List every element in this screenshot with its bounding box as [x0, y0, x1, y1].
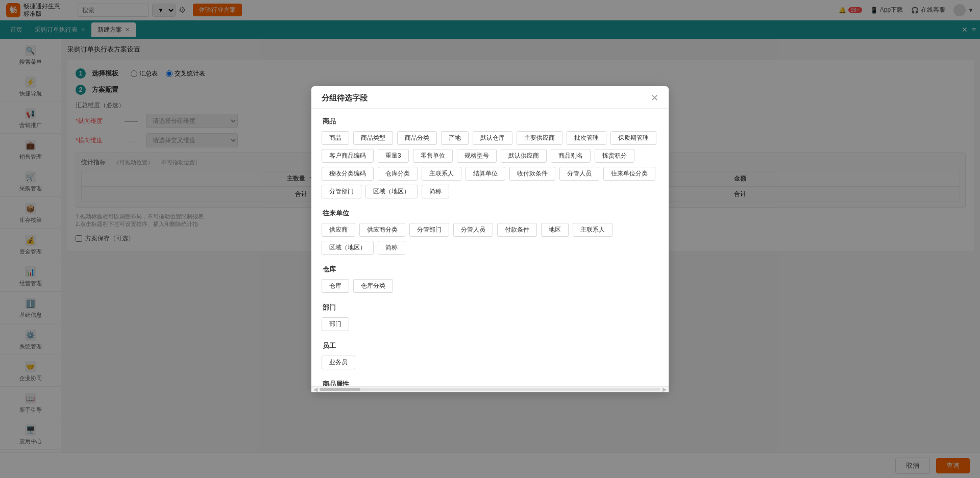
field-tag-batch[interactable]: 批次管理 [567, 131, 606, 145]
hscroll-left-arrow[interactable]: ◀ [313, 386, 317, 393]
hscroll-thumb[interactable] [320, 388, 360, 391]
section-goods-title: 商品 [322, 117, 658, 126]
field-tag-region[interactable]: 区域（地区） [365, 185, 418, 198]
field-tag-partner-payment[interactable]: 付款条件 [497, 223, 537, 237]
hscroll-right-arrow[interactable]: ▶ [663, 386, 667, 393]
modal: 分组待选字段 ✕ 商品 商品 商品类型 商品分类 产地 默认仓库 主要供应商 批… [311, 86, 669, 392]
field-tag-area[interactable]: 地区 [541, 223, 569, 237]
modal-header: 分组待选字段 ✕ [311, 86, 669, 109]
modal-close-button[interactable]: ✕ [651, 93, 658, 103]
field-tag-pick-points[interactable]: 拣货积分 [595, 149, 634, 163]
modal-hscroll: ◀ ▶ [311, 386, 669, 392]
field-tags-department: 部门 [322, 317, 658, 331]
field-tag-dept[interactable]: 分管部门 [322, 185, 361, 198]
field-tag-tax-code[interactable]: 税收分类编码 [322, 167, 374, 181]
field-tag-payment-terms[interactable]: 收付款条件 [509, 167, 555, 181]
field-tag-goods-type[interactable]: 商品类型 [353, 131, 393, 145]
field-tag-employee[interactable]: 业务员 [322, 356, 355, 369]
field-tag-origin[interactable]: 产地 [441, 131, 469, 145]
field-tag-warehouse-category[interactable]: 仓库分类 [378, 167, 418, 181]
field-tag-default-warehouse[interactable]: 默认仓库 [473, 131, 512, 145]
field-tag-supplier[interactable]: 供应商 [322, 223, 355, 237]
field-tag-retail-unit[interactable]: 零售单位 [413, 149, 453, 163]
field-tag-warehouse-cat[interactable]: 仓库分类 [353, 279, 393, 293]
section-employee-title: 员工 [322, 341, 658, 350]
section-department-title: 部门 [322, 303, 658, 312]
field-tag-warehouse[interactable]: 仓库 [322, 279, 349, 293]
field-tag-main-contact[interactable]: 主联系人 [422, 167, 461, 181]
modal-title: 分组待选字段 [322, 93, 368, 103]
field-tag-partner-category[interactable]: 往来单位分类 [603, 167, 655, 181]
field-tag-goods[interactable]: 商品 [322, 131, 349, 145]
field-tag-goods-category[interactable]: 商品分类 [397, 131, 437, 145]
field-tags-partner: 供应商 供应商分类 分管部门 分管人员 付款条件 地区 主联系人 区域（地区） … [322, 223, 658, 255]
field-tag-weight[interactable]: 重量3 [378, 149, 409, 163]
hscroll-track [320, 388, 660, 391]
section-goods: 商品 商品 商品类型 商品分类 产地 默认仓库 主要供应商 批次管理 保质期管理… [322, 117, 658, 198]
field-tags-employee: 业务员 [322, 356, 658, 369]
field-tag-partner-short[interactable]: 简称 [378, 241, 405, 255]
field-tag-main-supplier[interactable]: 主要供应商 [517, 131, 562, 145]
field-tag-default-supplier[interactable]: 默认供应商 [501, 149, 547, 163]
field-tag-partner-supervisor[interactable]: 分管人员 [453, 223, 493, 237]
section-partner-title: 往来单位 [322, 209, 658, 218]
field-tag-partner-dept[interactable]: 分管部门 [409, 223, 449, 237]
section-product-attr: 商品属性 属性 颜色 多规格 尺码 鞋码 1 [322, 380, 658, 386]
section-warehouse-title: 仓库 [322, 265, 658, 274]
field-tag-spec-model[interactable]: 规格型号 [457, 149, 497, 163]
section-employee: 员工 业务员 [322, 341, 658, 369]
field-tag-settlement-unit[interactable]: 结算单位 [465, 167, 505, 181]
section-department: 部门 部门 [322, 303, 658, 331]
field-tag-department[interactable]: 部门 [322, 317, 349, 331]
field-tag-partner-contact[interactable]: 主联系人 [573, 223, 612, 237]
field-tag-partner-region[interactable]: 区域（地区） [322, 241, 374, 255]
modal-body: 商品 商品 商品类型 商品分类 产地 默认仓库 主要供应商 批次管理 保质期管理… [311, 109, 669, 386]
field-tag-customer-code[interactable]: 客户商品编码 [322, 149, 374, 163]
field-tag-goods-alias[interactable]: 商品别名 [551, 149, 591, 163]
field-tags-warehouse: 仓库 仓库分类 [322, 279, 658, 293]
field-tag-supervisor[interactable]: 分管人员 [559, 167, 599, 181]
field-tag-short-name[interactable]: 简称 [422, 185, 449, 198]
field-tags-goods: 商品 商品类型 商品分类 产地 默认仓库 主要供应商 批次管理 保质期管理 客户… [322, 131, 658, 198]
field-tag-supplier-category[interactable]: 供应商分类 [359, 223, 405, 237]
field-tag-expiry[interactable]: 保质期管理 [610, 131, 656, 145]
section-partner: 往来单位 供应商 供应商分类 分管部门 分管人员 付款条件 地区 主联系人 区域… [322, 209, 658, 255]
section-product-attr-title: 商品属性 [322, 380, 658, 386]
section-warehouse: 仓库 仓库 仓库分类 [322, 265, 658, 293]
